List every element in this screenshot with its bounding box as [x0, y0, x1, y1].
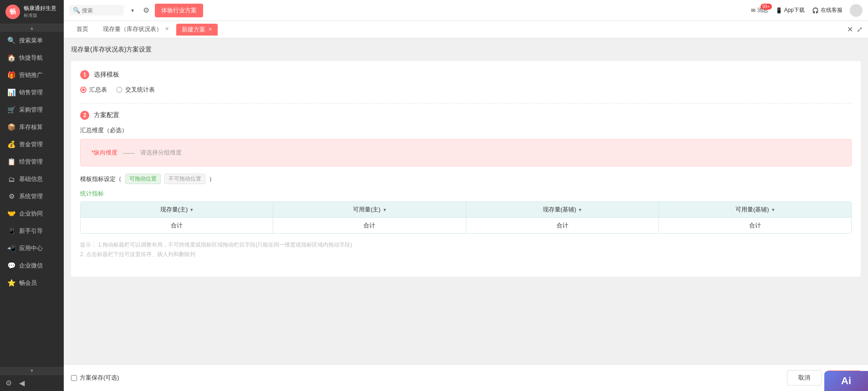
sidebar-item-quick-nav[interactable]: 🏠 快捷导航 [0, 49, 64, 67]
tabs-actions: ✕ ⤢ [847, 25, 863, 34]
sidebar-item-label: 企业协同 [19, 210, 43, 218]
sidebar-item-label: 快捷导航 [19, 54, 43, 62]
topbar-gear-icon[interactable]: ⚙ [141, 4, 151, 16]
sidebar-item-new-guide[interactable]: 📱 新手引导 [0, 222, 64, 240]
step2-num: 2 [80, 111, 89, 120]
sidebar-scroll-down[interactable]: ▼ [0, 367, 64, 375]
service-label: 在线客服 [821, 6, 842, 14]
step1-num: 1 [80, 70, 89, 79]
sidebar-item-inventory[interactable]: 📦 库存核算 [0, 118, 64, 136]
sidebar-item-label: 采购管理 [19, 106, 43, 114]
sidebar-item-system[interactable]: ⚙ 系统管理 [0, 188, 64, 205]
sidebar-item-sales[interactable]: 📊 销售管理 [0, 84, 64, 101]
sidebar-item-search-menu[interactable]: 🔍 搜索菜单 [0, 32, 64, 49]
search-input[interactable] [82, 7, 118, 14]
basic-info-icon: 🗂 [7, 175, 15, 183]
message-icon: ✉ [751, 7, 756, 14]
main-card: 1 选择模板 汇总表 交叉统计表 2 [71, 61, 861, 277]
sidebar-item-label: 销售管理 [19, 88, 43, 97]
user-avatar[interactable] [850, 4, 863, 17]
sidebar-bottom: ⚙ ◀ [0, 375, 64, 391]
chevron-down-icon-0[interactable]: ▾ [190, 207, 193, 213]
sales-icon: 📊 [7, 88, 15, 97]
radio-summary[interactable]: 汇总表 [80, 86, 107, 94]
app-edition: 标准版 [24, 12, 56, 19]
save-checkbox[interactable] [71, 375, 77, 381]
app-download-btn[interactable]: 📱 App下载 [776, 6, 805, 14]
metrics-col-3[interactable]: 可用量(基辅) ▾ [659, 202, 851, 217]
sidebar-item-label: 基础信息 [19, 175, 43, 183]
settings-icon[interactable]: ⚙ [5, 379, 12, 387]
sidebar-item-label: 营销推广 [19, 71, 43, 79]
chevron-down-icon-1[interactable]: ▾ [383, 207, 386, 213]
headset-icon: 🎧 [812, 7, 819, 14]
sidebar-item-operations[interactable]: 📋 经营管理 [0, 153, 64, 170]
metrics-table-body: 合计 合计 合计 合计 [81, 217, 851, 233]
sidebar-item-label: 搜索菜单 [19, 36, 43, 45]
sidebar-item-basic-info[interactable]: 🗂 基础信息 [0, 170, 64, 188]
sidebar-item-finance[interactable]: 💰 资金管理 [0, 136, 64, 153]
dimension-section-label: 汇总维度（必选） [80, 126, 852, 134]
save-checkbox-area: 方案保存(可选) [71, 374, 119, 382]
step2-header: 2 方案配置 [80, 111, 852, 120]
tab-inventory[interactable]: 现存量（库存状况表） ✕ [96, 21, 176, 38]
step1-section: 1 选择模板 汇总表 交叉统计表 [80, 70, 852, 94]
tab-home[interactable]: 首页 [69, 21, 96, 38]
wechat-icon: 💬 [7, 262, 15, 270]
sidebar-item-marketing[interactable]: 🎁 营销推广 [0, 67, 64, 84]
ai-float-button[interactable]: Ai [824, 371, 868, 391]
sidebar-scroll-up[interactable]: ▲ [0, 24, 64, 32]
message-btn[interactable]: ✉ 消息 99+ [751, 6, 768, 14]
metrics-col-1[interactable]: 可用量(主) ▾ [273, 202, 466, 217]
tips-section: 提示： 1.拖动标题栏可以调整布局，不可跨维度或指标区域拖动栏目字段(只能在同一… [80, 241, 852, 258]
sidebar-item-member[interactable]: ⭐ 畅会员 [0, 274, 64, 292]
chevron-down-icon-2[interactable]: ▾ [579, 207, 582, 213]
dimension-required-star: *纵向维度 [92, 149, 117, 157]
tab-expand-btn[interactable]: ⤢ [857, 25, 863, 34]
save-label: 方案保存(可选) [80, 374, 119, 382]
radio-cross[interactable]: 交叉统计表 [116, 86, 155, 94]
tab-inventory-label: 现存量（库存状况表） [103, 25, 162, 33]
dimension-divider: —— [123, 149, 135, 156]
sidebar-item-purchase[interactable]: 🛒 采购管理 [0, 101, 64, 118]
step2-title: 方案配置 [94, 111, 119, 119]
metrics-cell-0: 合计 [81, 218, 273, 233]
app-logo-icon: 畅 [5, 5, 20, 19]
sidebar-item-label: 系统管理 [19, 192, 43, 201]
topbar-dropdown[interactable]: ▾ [128, 5, 138, 15]
radio-cross-circle [116, 87, 123, 93]
collapse-icon[interactable]: ◀ [19, 379, 25, 387]
tab-new-plan-label: 新建方案 [182, 26, 205, 34]
new-guide-icon: 📱 [7, 227, 15, 235]
inventory-icon: 📦 [7, 123, 15, 131]
metrics-col-2[interactable]: 现存量(基辅) ▾ [466, 202, 659, 217]
cancel-button[interactable]: 取消 [787, 370, 822, 386]
divider-1 [80, 103, 852, 103]
radio-summary-label: 汇总表 [89, 86, 107, 94]
tab-inventory-close[interactable]: ✕ [165, 26, 169, 32]
online-service-btn[interactable]: 🎧 在线客服 [812, 6, 842, 14]
sidebar-item-app-center[interactable]: 📲 应用中心 [0, 240, 64, 257]
tab-new-plan[interactable]: 新建方案 ✕ [176, 24, 218, 36]
tab-new-plan-close[interactable]: ✕ [208, 26, 212, 32]
operations-icon: 📋 [7, 158, 15, 166]
sidebar-item-wechat[interactable]: 💬 企业微信 [0, 257, 64, 274]
indicator-tag-fixed: 不可拖动位置 [164, 174, 205, 184]
content-area: 现存量(库存状况表)方案设置 1 选择模板 汇总表 交叉统计表 [64, 38, 868, 364]
quick-nav-icon: 🏠 [7, 54, 15, 62]
sidebar-item-label: 库存核算 [19, 123, 43, 131]
metrics-col-0[interactable]: 现存量(主) ▾ [81, 202, 273, 217]
member-icon: ⭐ [7, 279, 15, 287]
footer-bar: 方案保存(可选) 取消 查询 [64, 364, 868, 391]
sidebar-item-label: 应用中心 [19, 244, 43, 252]
tab-close-btn[interactable]: ✕ [847, 25, 853, 34]
dimension-placeholder: 请选择分组维度 [140, 149, 182, 157]
app-name: 畅康通好生意 [24, 5, 56, 12]
purchase-icon: 🛒 [7, 106, 15, 114]
dimension-area[interactable]: *纵向维度 —— 请选择分组维度 [80, 139, 852, 166]
industry-btn[interactable]: 体验行业方案 [155, 4, 203, 17]
indicator-settings-text: 模板指标设定（ [80, 175, 122, 183]
sidebar-item-enterprise[interactable]: 🤝 企业协同 [0, 205, 64, 222]
topbar-search-box[interactable]: 🔍 [69, 5, 124, 15]
chevron-down-icon-3[interactable]: ▾ [772, 207, 775, 213]
